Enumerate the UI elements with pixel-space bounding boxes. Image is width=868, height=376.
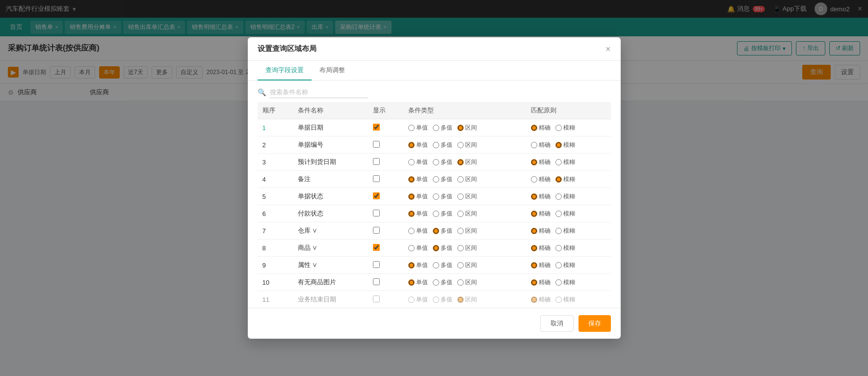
tab-query-fields[interactable]: 查询字段设置 [258, 61, 312, 81]
modal-title: 设置查询区域布局 [258, 44, 316, 54]
modal-close-button[interactable]: × [605, 45, 611, 54]
modal-search-area: 🔍 [248, 81, 621, 101]
modal-tabs: 查询字段设置 布局调整 [248, 61, 621, 81]
tab-layout-adjust[interactable]: 布局调整 [312, 61, 353, 81]
settings-modal: 设置查询区域布局 × 查询字段设置 布局调整 🔍 顺序 条件名称 显示 条件类型 [248, 37, 621, 101]
search-icon: 🔍 [258, 88, 266, 96]
search-input[interactable] [270, 86, 368, 98]
modal-header: 设置查询区域布局 × [248, 37, 621, 61]
modal-overlay: 设置查询区域布局 × 查询字段设置 布局调整 🔍 顺序 条件名称 显示 条件类型 [0, 0, 868, 101]
